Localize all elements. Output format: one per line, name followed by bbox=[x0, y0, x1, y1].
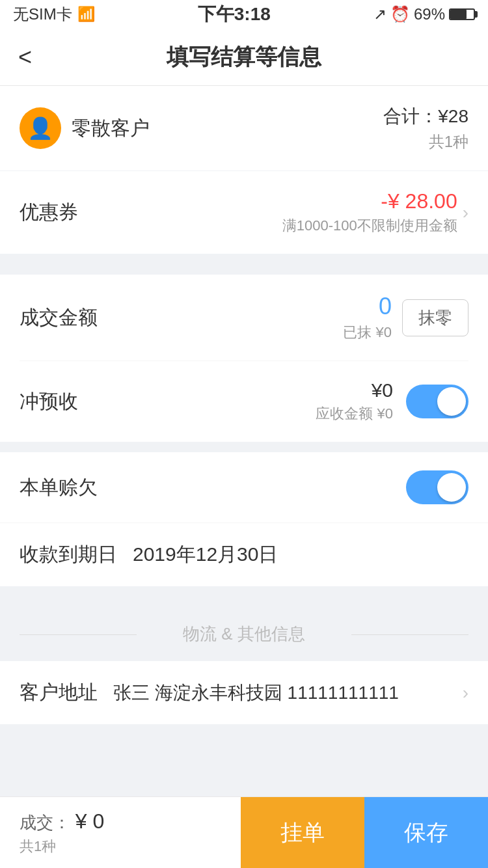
deal-amount: 0 bbox=[343, 293, 392, 320]
logistics-header: 物流 & 其他信息 bbox=[0, 607, 488, 661]
back-button[interactable]: < bbox=[18, 44, 32, 71]
debt-toggle-circle bbox=[437, 473, 466, 502]
carrier-label: 无SIM卡 bbox=[13, 4, 72, 25]
status-right: ↗ ⏰ 69% bbox=[373, 5, 475, 23]
customer-left: 👤 零散客户 bbox=[20, 107, 150, 149]
coupon-row[interactable]: 优惠券 -¥ 28.00 满1000-100不限制使用金额 › bbox=[0, 171, 488, 254]
bottom-deal-amount: ¥ 0 bbox=[75, 809, 104, 833]
wifi-icon: 📶 bbox=[77, 6, 95, 23]
customer-name: 零散客户 bbox=[72, 115, 150, 142]
logistics-header-text: 物流 & 其他信息 bbox=[183, 624, 305, 644]
status-left: 无SIM卡 📶 bbox=[13, 4, 95, 25]
deal-amount-wrap: 0 已抹 ¥0 bbox=[343, 293, 392, 342]
page-title: 填写结算等信息 bbox=[167, 42, 321, 72]
coupon-info: -¥ 28.00 满1000-100不限制使用金额 bbox=[282, 189, 457, 236]
customer-row: 👤 零散客户 合计：¥28 共1种 bbox=[0, 86, 488, 171]
battery-fill bbox=[450, 10, 467, 19]
due-date-row[interactable]: 收款到期日 2019年12月30日 bbox=[0, 523, 488, 586]
avatar: 👤 bbox=[20, 107, 61, 149]
section-divider-1 bbox=[0, 264, 488, 275]
customer-right: 合计：¥28 共1种 bbox=[383, 104, 468, 152]
prereceive-amount: ¥0 bbox=[316, 379, 393, 401]
bottom-deal-label: 成交： bbox=[20, 813, 70, 832]
total-amount: 合计：¥28 bbox=[383, 104, 468, 129]
section-divider-3 bbox=[0, 597, 488, 607]
due-date-value: 2019年12月30日 bbox=[133, 541, 278, 568]
round-button[interactable]: 抹零 bbox=[402, 299, 468, 336]
section-divider-2 bbox=[0, 442, 488, 452]
toggle-circle bbox=[437, 387, 466, 416]
save-button[interactable]: 保存 bbox=[364, 797, 488, 868]
total-count: 共1种 bbox=[383, 131, 468, 152]
coupon-discount: -¥ 28.00 bbox=[282, 189, 457, 213]
pending-button[interactable]: 挂单 bbox=[241, 797, 364, 868]
alarm-icon: ⏰ bbox=[390, 5, 410, 23]
address-chevron-icon: › bbox=[463, 683, 468, 703]
prereceive-label: 冲预收 bbox=[20, 388, 78, 415]
prereceive-sub: 应收金额 ¥0 bbox=[316, 404, 393, 424]
status-bar: 无SIM卡 📶 下午3:18 ↗ ⏰ 69% bbox=[0, 0, 488, 29]
customer-card: 👤 零散客户 合计：¥28 共1种 优惠券 -¥ 28.00 满1000-100… bbox=[0, 86, 488, 254]
bottom-count: 共1种 bbox=[20, 837, 221, 856]
prereceive-toggle[interactable] bbox=[406, 385, 468, 418]
deal-sub: 已抹 ¥0 bbox=[343, 323, 392, 342]
deal-label: 成交金额 bbox=[20, 305, 98, 331]
chevron-right-icon: › bbox=[463, 202, 468, 223]
address-value: 张三 海淀永丰科技园 11111111111 bbox=[113, 681, 463, 705]
coupon-right: -¥ 28.00 满1000-100不限制使用金额 › bbox=[282, 189, 468, 236]
address-label: 客户地址 bbox=[20, 679, 98, 706]
status-time: 下午3:18 bbox=[198, 2, 271, 27]
battery-icon bbox=[449, 8, 475, 20]
nav-bar: < 填写结算等信息 bbox=[0, 29, 488, 86]
coupon-label: 优惠券 bbox=[20, 199, 78, 226]
content-area: 👤 零散客户 合计：¥28 共1种 优惠券 -¥ 28.00 满1000-100… bbox=[0, 86, 488, 868]
bottom-actions: 挂单 保存 bbox=[241, 797, 488, 868]
avatar-icon: 👤 bbox=[27, 116, 53, 141]
battery-percent: 69% bbox=[414, 5, 445, 23]
prereceive-amount-wrap: ¥0 应收金额 ¥0 bbox=[316, 379, 393, 424]
deal-right: 0 已抹 ¥0 抹零 bbox=[343, 293, 468, 342]
bottom-bar: 成交： ¥ 0 共1种 挂单 保存 bbox=[0, 796, 488, 868]
bottom-deal-line: 成交： ¥ 0 bbox=[20, 809, 221, 834]
prereceive-row: 冲预收 ¥0 应收金额 ¥0 bbox=[20, 361, 468, 442]
deal-section: 成交金额 0 已抹 ¥0 抹零 冲预收 ¥0 应收金额 ¥0 bbox=[0, 275, 488, 442]
debt-row: 本单赊欠 bbox=[0, 452, 488, 523]
address-row[interactable]: 客户地址 张三 海淀永丰科技园 11111111111 › bbox=[0, 661, 488, 724]
debt-label: 本单赊欠 bbox=[20, 474, 98, 501]
due-date-label: 收款到期日 bbox=[20, 541, 117, 568]
location-icon: ↗ bbox=[373, 5, 386, 23]
bottom-summary: 成交： ¥ 0 共1种 bbox=[0, 809, 241, 856]
deal-row: 成交金额 0 已抹 ¥0 抹零 bbox=[20, 275, 468, 361]
debt-toggle[interactable] bbox=[406, 470, 468, 504]
debt-section: 本单赊欠 收款到期日 2019年12月30日 bbox=[0, 452, 488, 586]
coupon-desc: 满1000-100不限制使用金额 bbox=[282, 216, 457, 236]
prereceive-right: ¥0 应收金额 ¥0 bbox=[316, 379, 468, 424]
